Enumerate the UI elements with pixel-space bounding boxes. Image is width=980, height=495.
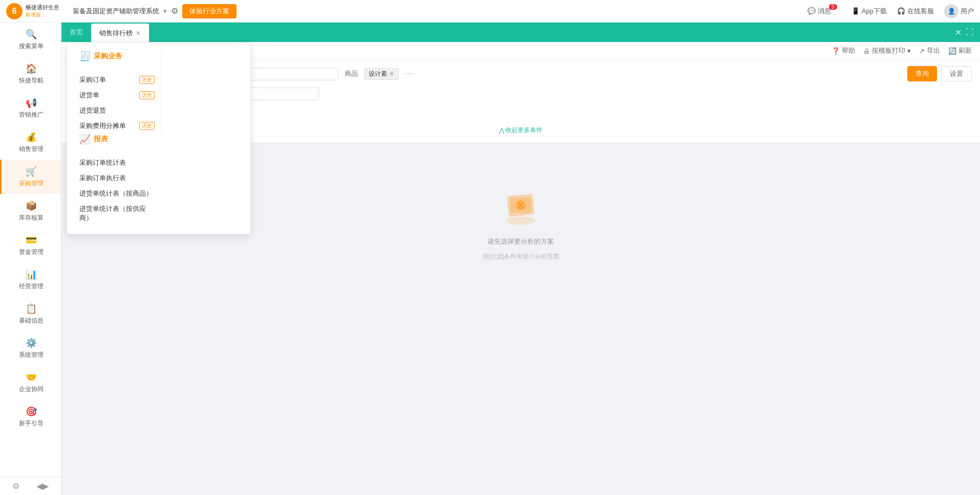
- dropdown-purchase-col: 🧾 采购业务 采购订单 历史 进货单 历史 进货退货 采购费用分摊单 历史: [75, 51, 159, 134]
- sidebar-label-search: 搜索菜单: [19, 42, 44, 51]
- tab-close-icon[interactable]: ✕: [136, 30, 141, 37]
- marketing-icon: 📢: [26, 97, 37, 109]
- sidebar-item-system[interactable]: ⚙️ 系统管理: [0, 331, 61, 365]
- sidebar-label-purchase: 采购管理: [19, 179, 44, 188]
- sidebar-item-search[interactable]: 🔍 搜索菜单: [0, 23, 61, 57]
- refresh-button[interactable]: 🔄 刷新: [948, 46, 972, 55]
- order-stat-label: 采购订单统计表: [79, 158, 126, 167]
- sidebar-label-sales: 销售管理: [19, 145, 44, 154]
- collapse-up-icon: ⋀: [499, 127, 504, 134]
- return-label: 进货退货: [79, 106, 106, 115]
- sidebar-label-marketing: 营销推广: [19, 111, 44, 119]
- home-icon: 🏠: [26, 63, 37, 74]
- sidebar-item-quick-nav[interactable]: 🏠 快捷导航: [0, 57, 61, 91]
- query-actions: 查询 设置: [907, 66, 972, 81]
- sidebar-label-quick-nav: 快捷导航: [19, 76, 44, 85]
- operation-icon: 📊: [26, 269, 37, 280]
- print-label: 按模板打印: [872, 46, 905, 55]
- sidebar-item-marketing[interactable]: 📢 营销推广: [0, 91, 61, 125]
- sidebar-item-inventory[interactable]: 📦 库存核算: [0, 194, 61, 228]
- goods-tag: 设计素 ✕: [364, 68, 399, 80]
- export-label: 导出: [927, 46, 940, 55]
- sidebar-item-basic[interactable]: 📋 基础信息: [0, 297, 61, 331]
- report-col-title: 📈 报表: [79, 134, 155, 149]
- logo-edition: 标准版: [26, 11, 59, 18]
- tab-home[interactable]: 首页: [61, 23, 91, 42]
- help-button[interactable]: ❓ 帮助: [832, 46, 855, 55]
- help-label: 帮助: [842, 46, 855, 55]
- sidebar-item-sales[interactable]: 💰 销售管理: [0, 125, 61, 160]
- dropdown-item-inbound[interactable]: 进货单 历史: [79, 88, 155, 103]
- refresh-label: 刷新: [958, 46, 972, 55]
- top-bar: 6 畅捷通好生意 标准版 装备及固定资产辅助管理系统 ▾ ⚙ 体验行业方案 💬 …: [0, 0, 980, 23]
- sidebar-item-operation[interactable]: 📊 经营管理: [0, 263, 61, 297]
- headset-icon: 🎧: [897, 7, 905, 15]
- expense-label: 采购费用分摊单: [79, 121, 126, 131]
- dropdown-item-purchase-order[interactable]: 采购订单 历史: [79, 72, 155, 88]
- logo-text: 畅捷通好生意 标准版: [26, 4, 59, 18]
- sidebar-label-guide: 新手引导: [19, 419, 44, 428]
- tab-home-label: 首页: [70, 28, 83, 37]
- sidebar-item-purchase[interactable]: 🛒 采购管理: [0, 160, 61, 194]
- print-button[interactable]: 🖨 按模板打印 ▾: [863, 46, 911, 55]
- app-download-label: App下载: [862, 7, 887, 16]
- dropdown-item-expense[interactable]: 采购费用分摊单 历史: [79, 118, 155, 134]
- goods-tag-close[interactable]: ✕: [389, 70, 394, 77]
- voucher-status-input[interactable]: ▾: [236, 68, 338, 80]
- dropdown-item-order-exec[interactable]: 采购订单执行表: [79, 170, 155, 186]
- sidebar-item-enterprise[interactable]: 🤝 企业协同: [0, 365, 61, 400]
- dropdown-item-return[interactable]: 进货退货: [79, 103, 155, 118]
- inbound-label: 进货单: [79, 91, 99, 100]
- system-icon: ⚙️: [26, 337, 37, 349]
- purchase-icon: 🛒: [26, 166, 37, 177]
- dropdown-divider: [161, 51, 161, 134]
- system-dropdown-icon[interactable]: ▾: [163, 7, 167, 15]
- dropdown-item-order-stat[interactable]: 采购订单统计表: [79, 155, 155, 170]
- inbound-supplier-label: 进货单统计表（按供应商）: [79, 204, 155, 223]
- purchase-col-icon: 🧾: [79, 51, 91, 62]
- sidebar-label-basic: 基础信息: [19, 316, 44, 325]
- finance-icon: 💳: [26, 234, 37, 246]
- dropdown-item-inbound-goods[interactable]: 进货单统计表（按商品）: [79, 186, 155, 201]
- sidebar-label-operation: 经营管理: [19, 282, 44, 291]
- goods-more-icon[interactable]: ···: [405, 69, 415, 78]
- online-service-item[interactable]: 🎧 在线客服: [897, 7, 934, 16]
- user-item[interactable]: 👤 用户: [944, 4, 974, 18]
- system-settings-icon[interactable]: ⚙: [171, 6, 178, 16]
- dropdown-report-col: 📈 报表 采购订单统计表 采购订单执行表 进货单统计表（按商品） 进货单统计表（…: [75, 134, 159, 226]
- sidebar-collapse-icon[interactable]: ◀▶: [36, 481, 49, 491]
- messages-item[interactable]: 💬 消息 9: [807, 7, 841, 16]
- tab-sales-ranking-label: 销售排行榜: [99, 29, 133, 38]
- goods-label: 商品: [345, 69, 358, 78]
- online-service-label: 在线客服: [907, 7, 934, 16]
- purchase-col-label: 采购业务: [94, 52, 122, 61]
- phone-icon: 📱: [851, 7, 860, 15]
- guide-icon: 🎯: [26, 406, 37, 417]
- purchase-order-history: 历史: [139, 76, 155, 84]
- empty-tip1: 请先选择要分析的方案: [487, 237, 554, 246]
- export-icon: ↗: [919, 47, 925, 55]
- setting-button[interactable]: 设置: [941, 66, 972, 81]
- dropdown-columns: 🧾 采购业务 采购订单 历史 进货单 历史 进货退货 采购费用分摊单 历史: [75, 51, 242, 226]
- industry-button[interactable]: 体验行业方案: [182, 4, 237, 18]
- report-col-label: 报表: [94, 135, 108, 144]
- tab-sales-ranking[interactable]: 销售排行榜 ✕: [91, 24, 149, 43]
- collapse-button[interactable]: ⋀ 收起更多条件: [499, 126, 542, 135]
- expense-history: 历史: [139, 122, 155, 130]
- export-button[interactable]: ↗ 导出: [919, 46, 940, 55]
- sidebar-label-system: 系统管理: [19, 351, 44, 359]
- sidebar-item-guide[interactable]: 🎯 新手引导: [0, 400, 61, 434]
- query-button[interactable]: 查询: [907, 66, 937, 81]
- app-download-item[interactable]: 📱 App下载: [851, 7, 887, 16]
- tab-close-all-icon[interactable]: ✕: [955, 28, 962, 37]
- sidebar-bottom: ⚙ ◀▶: [0, 477, 61, 495]
- sidebar-item-finance[interactable]: 💳 资金管理: [0, 228, 61, 263]
- sidebar-settings-icon[interactable]: ⚙: [12, 481, 19, 491]
- dropdown-item-inbound-supplier[interactable]: 进货单统计表（按供应商）: [79, 201, 155, 226]
- tab-maximize-icon[interactable]: ⛶: [966, 28, 974, 37]
- message-icon: 💬: [807, 7, 816, 15]
- empty-tip1-text: 请先选择要分析的方案: [487, 238, 554, 245]
- inventory-icon: 📦: [26, 200, 37, 211]
- user-label: 用户: [961, 7, 974, 16]
- print-icon: 🖨: [863, 47, 870, 55]
